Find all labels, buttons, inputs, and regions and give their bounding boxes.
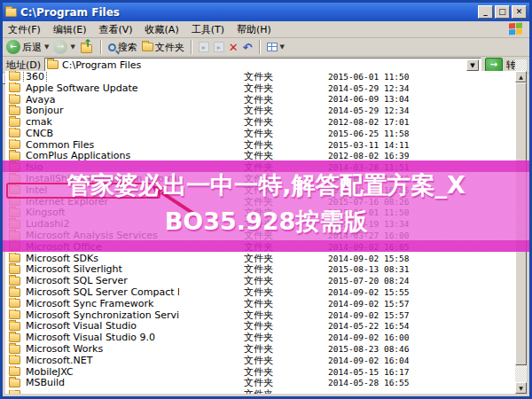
address-dropdown-button[interactable]: ▼	[466, 59, 479, 71]
window-title: C:\Program Files	[20, 6, 478, 19]
folder-icon	[9, 310, 20, 319]
file-row[interactable]: 文件夹	[5, 388, 515, 394]
explorer-window: C:\Program Files _ □ ✕ 文件(F) 编辑(E) 查看(V)…	[0, 0, 532, 399]
forward-dropdown-icon[interactable]: ▼	[70, 43, 74, 51]
back-icon: ←	[6, 40, 20, 54]
folder-icon	[9, 83, 20, 92]
file-name: Microsoft Visual Studio 9.0	[24, 332, 157, 343]
folder-icon	[9, 72, 20, 81]
maximize-button[interactable]: □	[495, 5, 510, 19]
file-date: 2015-06-01 11:50	[325, 72, 409, 82]
menu-view[interactable]: 查看(V)	[98, 23, 132, 36]
file-name: Microsoft Sync Framework	[24, 298, 155, 309]
address-value: C:\Program Files	[62, 59, 463, 71]
file-name: Microsoft.NET	[24, 355, 94, 366]
folder-icon	[9, 118, 20, 127]
search-label: 搜索	[118, 41, 137, 54]
folders-icon	[142, 43, 153, 51]
folder-icon	[9, 95, 20, 104]
address-input[interactable]: C:\Program Files ▼	[44, 58, 481, 73]
folder-icon	[9, 333, 20, 342]
file-type: 文件夹	[240, 387, 325, 394]
back-button[interactable]: ← 后退 ▼	[6, 40, 49, 54]
file-name: Bonjour	[24, 105, 66, 116]
forward-button[interactable]: → ▼	[53, 40, 74, 54]
file-name: Microsoft Works	[24, 343, 105, 355]
file-date: 2015-07-20 08:24	[325, 276, 409, 286]
file-name: Microsoft Synchronization Services	[24, 309, 179, 321]
file-name: MobileJXC	[24, 366, 75, 378]
file-date: 2014-09-02 15:55	[325, 287, 409, 297]
minimize-button[interactable]: _	[478, 5, 493, 19]
folder-icon	[9, 367, 20, 376]
folder-icon	[9, 390, 20, 394]
file-date: 2014-05-29 12:34	[325, 106, 409, 115]
file-name: Microsoft Visual Studio	[24, 320, 138, 332]
views-dropdown-icon: ▼	[280, 43, 285, 51]
folder-icon	[9, 106, 20, 115]
menu-edit[interactable]: 编辑(E)	[53, 23, 87, 36]
toolbar: ← 后退 ▼ → ▼ ↑ 搜索 文件夹 ▸ ▸ ✕ ↶ ▼	[3, 38, 529, 57]
file-date: 2014-05-15 16:17	[325, 367, 409, 377]
menu-help[interactable]: 帮助(H)	[237, 23, 271, 36]
file-name: Avaya	[24, 94, 57, 106]
toolbar-separator	[100, 40, 102, 54]
up-button[interactable]: ↑	[80, 40, 94, 54]
file-date: 2014-09-02 15:57	[325, 310, 409, 320]
up-arrow-icon: ↑	[83, 37, 92, 50]
copy-to-button[interactable]: ▸	[214, 42, 224, 52]
toolbar-separator	[191, 40, 192, 54]
folder-icon	[9, 299, 20, 308]
watermark-line2: BO35.928按需版	[3, 203, 529, 239]
file-name: 360	[24, 71, 46, 82]
file-date: 2014-09-02 16:00	[325, 332, 409, 342]
file-date: 2012-08-02 16:39	[325, 151, 409, 160]
back-dropdown-icon[interactable]: ▼	[44, 43, 49, 51]
scroll-down-icon[interactable]: ▼	[515, 382, 527, 394]
folders-button[interactable]: 文件夹	[142, 41, 184, 54]
file-name: Microsoft SQL Server	[24, 275, 129, 286]
folder-icon	[9, 265, 20, 274]
file-name: MSBuild	[24, 377, 66, 388]
search-icon	[108, 43, 116, 51]
go-button[interactable]: →	[485, 58, 503, 73]
file-name: Common Files	[24, 139, 96, 151]
search-button[interactable]: 搜索	[108, 41, 137, 54]
folder-icon	[9, 345, 20, 354]
watermark-overlay: 管家婆必出一中一特,解答配置方案_X BO35.928按需版	[3, 160, 529, 252]
file-date: 2014-09-02 16:04	[325, 356, 409, 365]
menu-favorites[interactable]: 收藏(A)	[145, 23, 179, 36]
file-name: CNCB	[24, 128, 55, 139]
folder-icon	[9, 322, 20, 331]
file-name: Microsoft Silverlight	[24, 263, 124, 275]
back-label: 后退	[22, 41, 42, 54]
forward-icon: →	[53, 40, 67, 54]
folders-label: 文件夹	[155, 41, 184, 54]
address-folder-icon	[47, 60, 59, 69]
file-date: 2012-08-02 17:01	[325, 117, 409, 127]
folder-icon	[9, 379, 20, 387]
views-button[interactable]: ▼	[267, 43, 285, 51]
folder-icon	[9, 356, 20, 364]
scroll-up-icon[interactable]: ▲	[515, 71, 527, 82]
folder-icon	[9, 254, 20, 262]
menu-bar: 文件(F) 编辑(E) 查看(V) 收藏(A) 工具(T) 帮助(H)	[3, 21, 529, 38]
file-name: cmak	[24, 116, 54, 128]
toolbar-separator	[259, 40, 261, 54]
menu-tools[interactable]: 工具(T)	[192, 23, 224, 36]
move-to-button[interactable]: ▸	[199, 42, 209, 52]
folder-icon	[9, 277, 20, 286]
title-bar[interactable]: C:\Program Files _ □ ✕	[3, 3, 529, 21]
close-button[interactable]: ✕	[512, 5, 527, 19]
folder-icon	[9, 152, 20, 160]
delete-button[interactable]: ✕	[229, 42, 239, 53]
file-name: Microsoft SDKs	[24, 253, 100, 264]
undo-button[interactable]: ↶	[243, 42, 253, 53]
folder-icon	[9, 129, 20, 137]
file-date: 2015-06-25 11:58	[325, 129, 409, 138]
menu-file[interactable]: 文件(F)	[8, 23, 41, 36]
file-date: 2015-08-23 08:46	[325, 344, 409, 354]
file-name: Microsoft SQL Server Compact Edition	[24, 286, 179, 298]
file-name: Apple Software Update	[24, 82, 140, 94]
file-date: 2014-05-29 12:34	[325, 83, 409, 93]
